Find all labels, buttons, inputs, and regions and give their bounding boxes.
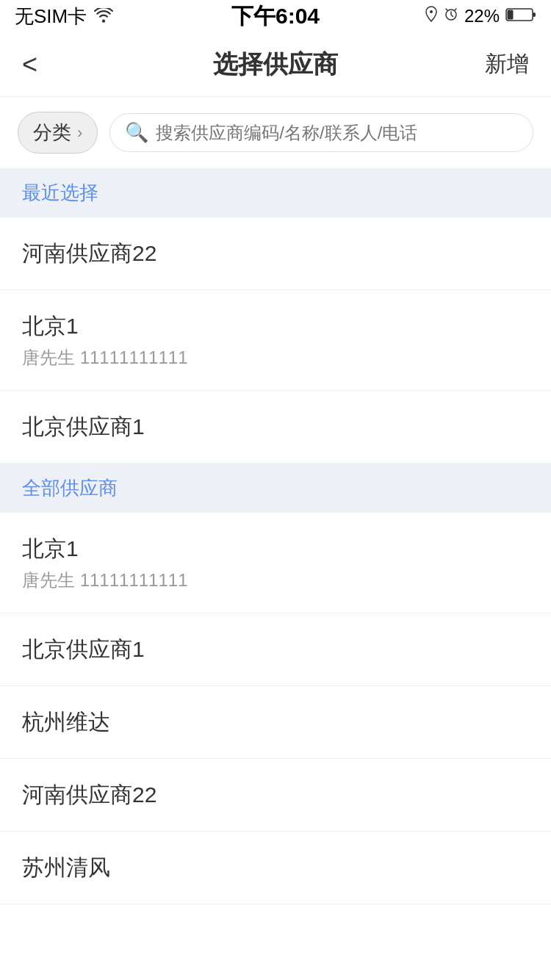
list-item[interactable]: 苏州清风 (0, 832, 551, 904)
filter-bar: 分类 › 🔍 (0, 97, 551, 168)
page-title: 选择供应商 (213, 48, 338, 82)
list-item[interactable]: 北京供应商1 (0, 613, 551, 686)
svg-rect-3 (508, 10, 514, 20)
alarm-icon (444, 6, 458, 26)
status-time: 下午6:04 (231, 1, 320, 32)
list-item[interactable]: 北京供应商1 (0, 391, 551, 464)
add-button[interactable]: 新增 (485, 49, 529, 79)
supplier-name: 苏州清风 (22, 852, 529, 883)
supplier-name: 河南供应商22 (22, 779, 529, 810)
list-item[interactable]: 杭州维达 (0, 686, 551, 759)
battery-icon (505, 6, 536, 26)
supplier-sub: 唐先生 11111111111 (22, 569, 529, 592)
supplier-name: 北京供应商1 (22, 634, 529, 665)
location-icon (425, 6, 438, 26)
supplier-name: 北京1 (22, 533, 529, 564)
category-filter-button[interactable]: 分类 › (18, 112, 98, 154)
search-box: 🔍 (109, 113, 533, 152)
svg-point-0 (430, 10, 433, 13)
nav-bar: < 选择供应商 新增 (0, 32, 551, 97)
search-icon: 🔍 (125, 121, 148, 144)
supplier-sub: 唐先生 11111111111 (22, 346, 529, 370)
search-input[interactable] (156, 123, 518, 143)
all-section-header: 全部供应商 (0, 464, 551, 513)
carrier-text: 无SIM卡 (15, 4, 87, 29)
supplier-name: 河南供应商22 (22, 238, 529, 269)
wifi-icon (94, 5, 113, 28)
recent-section-header: 最近选择 (0, 168, 551, 217)
category-label: 分类 (33, 120, 71, 145)
list-item[interactable]: 北京1唐先生 11111111111 (0, 290, 551, 391)
list-item[interactable]: 河南供应商22 (0, 759, 551, 832)
list-item[interactable]: 北京1唐先生 11111111111 (0, 513, 551, 613)
supplier-name: 杭州维达 (22, 707, 529, 738)
supplier-name: 北京供应商1 (22, 411, 529, 442)
status-left: 无SIM卡 (15, 4, 113, 29)
status-bar: 无SIM卡 下午6:04 22% (0, 0, 551, 32)
chevron-right-icon: › (77, 123, 82, 143)
status-right: 22% (425, 6, 536, 26)
supplier-name: 北京1 (22, 311, 529, 342)
recent-list: 河南供应商22北京1唐先生 11111111111北京供应商1 (0, 217, 551, 464)
battery-percent: 22% (464, 6, 500, 26)
all-list: 北京1唐先生 11111111111北京供应商1杭州维达河南供应商22苏州清风 (0, 513, 551, 904)
svg-rect-4 (533, 12, 536, 17)
list-item[interactable]: 河南供应商22 (0, 217, 551, 290)
back-button[interactable]: < (22, 49, 66, 80)
